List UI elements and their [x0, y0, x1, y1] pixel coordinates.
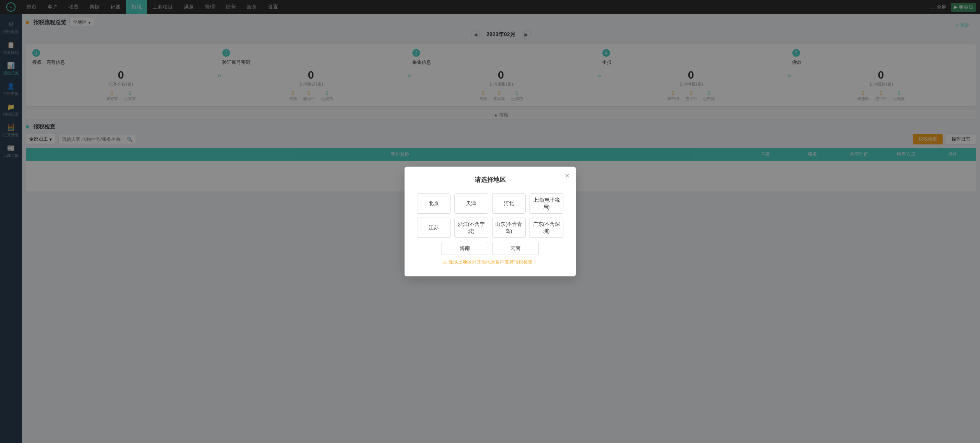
warning-text: ⚠ 除以上地区外其他地区暂不支持报税检查！: [417, 259, 563, 265]
region-btn-jiangsu[interactable]: 江苏: [417, 218, 451, 238]
region-row-1: 北京 天津 河北 上海(电子税局): [417, 193, 563, 214]
region-select-modal: ✕ 请选择地区 北京 天津 河北 上海(电子税局) 江苏 浙江(不含宁波) 山东…: [405, 167, 576, 276]
region-btn-shanghai[interactable]: 上海(电子税局): [530, 193, 563, 214]
region-btn-yunnan[interactable]: 云南: [492, 242, 539, 255]
region-row-2: 江苏 浙江(不含宁波) 山东(不含青岛) 广东(不含深圳): [417, 218, 563, 238]
region-row-3: 海南 云南: [417, 242, 563, 255]
warning-icon: ⚠: [443, 260, 447, 265]
region-btn-hainan[interactable]: 海南: [442, 242, 488, 255]
region-btn-zhejiang[interactable]: 浙江(不含宁波): [454, 218, 488, 238]
modal-close-button[interactable]: ✕: [565, 172, 570, 179]
warning-message: 除以上地区外其他地区暂不支持报税检查！: [449, 259, 537, 265]
region-btn-guangdong[interactable]: 广东(不含深圳): [530, 218, 563, 238]
region-btn-hebei[interactable]: 河北: [492, 193, 526, 214]
modal-title: 请选择地区: [417, 176, 563, 184]
region-btn-shandong[interactable]: 山东(不含青岛): [492, 218, 526, 238]
region-btn-tianjin[interactable]: 天津: [454, 193, 488, 214]
modal-overlay[interactable]: ✕ 请选择地区 北京 天津 河北 上海(电子税局) 江苏 浙江(不含宁波) 山东…: [0, 0, 980, 443]
region-btn-beijing[interactable]: 北京: [417, 193, 451, 214]
